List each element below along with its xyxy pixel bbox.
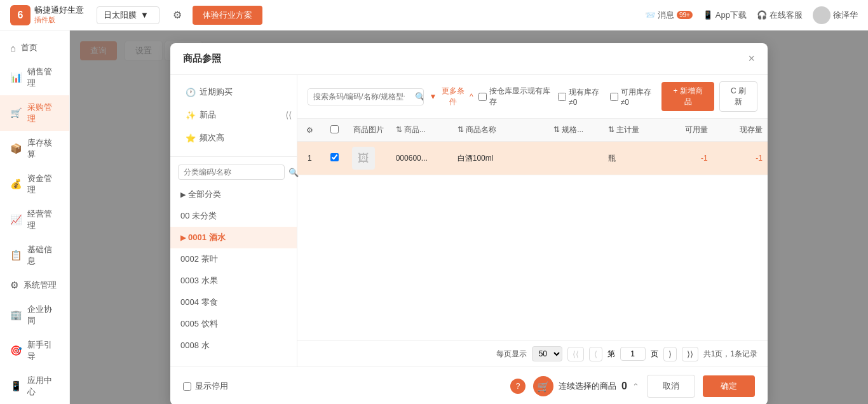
page-next-button[interactable]: ⟩ xyxy=(663,347,677,361)
sidebar-label-home: 首页 xyxy=(21,42,37,53)
sidebar-item-operation[interactable]: 📈 经营管理 xyxy=(0,202,69,238)
page-first-button[interactable]: ⟨⟨ xyxy=(567,347,584,361)
warehouse-checkbox-text: 按仓库显示现有库存 xyxy=(489,86,553,107)
app-download-nav[interactable]: 📱 App下载 xyxy=(703,10,747,21)
col-avail-label: 可用量 xyxy=(685,125,708,134)
quick-new[interactable]: ✨ 新品 xyxy=(175,104,285,126)
add-product-button[interactable]: + 新增商品 xyxy=(661,82,714,111)
category-0002[interactable]: 0002 茶叶 xyxy=(170,248,297,270)
sidebar-item-purchase[interactable]: 🛒 采购管理 xyxy=(0,95,69,131)
chevron-down-icon: ▼ xyxy=(140,10,149,20)
col-header-settings[interactable]: ⚙ xyxy=(297,119,322,142)
sidebar-item-sales[interactable]: 📊 销售管理 xyxy=(0,60,69,95)
sidebar-item-apps[interactable]: 📱 应用中心 xyxy=(0,368,69,404)
sidebar-item-home[interactable]: ⌂ 首页 xyxy=(0,36,69,60)
table-row[interactable]: 1 🖼 xyxy=(297,142,768,175)
sort-unit-icon: ⇅ xyxy=(608,125,614,134)
col-header-code[interactable]: ⇅ 商品... xyxy=(391,119,452,142)
operation-icon: 📈 xyxy=(10,214,22,226)
nav-selector[interactable]: 日太阳膜 ▼ xyxy=(97,6,159,24)
col-header-stock[interactable]: 现存量 xyxy=(713,119,768,142)
trial-button[interactable]: 体验行业方案 xyxy=(193,6,262,25)
row-checkbox[interactable] xyxy=(330,153,339,161)
page-total-info: 共1页，1条记录 xyxy=(703,349,757,360)
messages-nav[interactable]: 📨 消息 99+ xyxy=(645,10,693,21)
col-header-check[interactable] xyxy=(322,119,347,142)
all-categories-item[interactable]: ▶ 全部分类 xyxy=(170,184,297,205)
product-search-button[interactable]: 🔍 xyxy=(410,89,424,105)
sidebar: ⌂ 首页 📊 销售管理 🛒 采购管理 📦 库存核算 💰 资金管理 📈 经营管理 … xyxy=(0,30,70,404)
clock-icon: 🕐 xyxy=(186,88,196,97)
cancel-button[interactable]: 取消 xyxy=(647,375,695,398)
modal-body: 🕐 近期购买 ✨ 新品 ⭐ 频次高 xyxy=(170,75,768,367)
category-search-input[interactable] xyxy=(178,165,285,180)
phone-icon: 📱 xyxy=(703,10,713,20)
sidebar-item-inventory[interactable]: 📦 库存核算 xyxy=(0,131,69,166)
col-header-unit[interactable]: ⇅ 主计量 xyxy=(603,119,651,142)
category-list: ▶ 全部分类 00 未分类 ▶ 0001 酒水 0002 茶 xyxy=(170,184,297,360)
stock-ne-checkbox[interactable] xyxy=(558,93,566,101)
inventory-icon: 📦 xyxy=(10,143,22,154)
product-thumbnail: 🖼 xyxy=(352,147,375,170)
category-0005-label: 0005 饮料 xyxy=(180,318,218,330)
sidebar-label-guide: 新手引导 xyxy=(27,339,59,362)
sidebar-label-finance: 资金管理 xyxy=(27,173,59,196)
sidebar-label-basic: 基础信息 xyxy=(27,244,59,267)
headset-icon: 🎧 xyxy=(757,10,767,20)
per-page-select[interactable]: 50 xyxy=(532,346,562,361)
sidebar-label-apps: 应用中心 xyxy=(27,375,59,398)
page-prev-button[interactable]: ⟨ xyxy=(589,347,602,361)
avail-ne-text: 可用库存≠0 xyxy=(621,87,657,107)
product-search-input[interactable] xyxy=(308,89,410,104)
page-last-button[interactable]: ⟩⟩ xyxy=(682,347,698,361)
category-0003-label: 0003 水果 xyxy=(180,275,218,286)
category-00[interactable]: 00 未分类 xyxy=(170,205,297,227)
sidebar-item-system[interactable]: ⚙ 系统管理 xyxy=(0,273,69,297)
sidebar-item-basic[interactable]: 📋 基础信息 xyxy=(0,238,69,273)
sidebar-item-guide[interactable]: 🎯 新手引导 xyxy=(0,333,69,368)
sidebar-item-enterprise[interactable]: 🏢 企业协同 xyxy=(0,297,69,333)
top-nav: 6 畅捷通好生意 插件版 日太阳膜 ▼ ⚙ 体验行业方案 📨 消息 99+ 📱 … xyxy=(0,0,868,30)
nav-right: 📨 消息 99+ 📱 App下载 🎧 在线客服 徐泽华 xyxy=(645,6,858,24)
arrow-expand-icon: ▶ xyxy=(180,234,186,242)
select-all-checkbox[interactable] xyxy=(330,125,339,133)
col-header-spec[interactable]: ⇅ 规格... xyxy=(548,119,603,142)
col-header-name[interactable]: ⇅ 商品名称 xyxy=(452,119,548,142)
refresh-button[interactable]: C 刷新 xyxy=(719,81,757,112)
help-button[interactable]: ? xyxy=(510,379,526,394)
show-disabled-checkbox[interactable] xyxy=(183,382,191,391)
row-spec xyxy=(548,142,603,175)
modal-right-panel: 🔍 ▼ 更多条件 ^ 按仓库显示现有库存 xyxy=(297,75,768,367)
more-filter-button[interactable]: ▼ 更多条件 ^ xyxy=(429,86,473,107)
filter-up-icon: ^ xyxy=(470,92,473,101)
page-input[interactable] xyxy=(620,347,646,361)
cart-area: 🛒 连续选择的商品 0 ⌃ xyxy=(533,376,639,396)
col-header-img[interactable]: 商品图片 xyxy=(347,119,391,142)
category-0001[interactable]: ▶ 0001 酒水 xyxy=(170,227,297,248)
image-placeholder-icon: 🖼 xyxy=(358,152,369,165)
chevron-up-icon[interactable]: ⌃ xyxy=(632,382,639,391)
quick-recent[interactable]: 🕐 近期购买 xyxy=(175,81,285,103)
row-checkbox-cell xyxy=(322,142,347,175)
modal-close-button[interactable]: × xyxy=(748,52,755,65)
sidebar-item-finance[interactable]: 💰 资金管理 xyxy=(0,166,69,202)
quick-frequent[interactable]: ⭐ 频次高 xyxy=(175,127,285,149)
warehouse-checkbox[interactable] xyxy=(478,93,487,101)
gear-button[interactable]: ⚙ xyxy=(167,5,187,25)
category-0005[interactable]: 0005 饮料 xyxy=(170,313,297,335)
category-0008[interactable]: 0008 水 xyxy=(170,335,297,356)
col-unit-label: 主计量 xyxy=(616,125,639,134)
collapse-button[interactable]: ⟨⟨ xyxy=(285,110,292,120)
confirm-button[interactable]: 确定 xyxy=(703,375,755,397)
sidebar-label-enterprise: 企业协同 xyxy=(27,304,59,327)
message-icon: 📨 xyxy=(645,10,655,20)
stock-ne-checkbox-label: 现有库存≠0 xyxy=(558,87,605,107)
category-0004[interactable]: 0004 零食 xyxy=(170,292,297,313)
avail-ne-checkbox[interactable] xyxy=(610,93,618,101)
category-0010[interactable]: 0010 家电 xyxy=(170,356,297,360)
online-service-nav[interactable]: 🎧 在线客服 xyxy=(757,10,803,21)
category-0003[interactable]: 0003 水果 xyxy=(170,270,297,292)
user-nav[interactable]: 徐泽华 xyxy=(813,6,858,24)
row-index: 1 xyxy=(297,142,322,175)
col-header-avail[interactable]: 可用量 xyxy=(651,119,713,142)
